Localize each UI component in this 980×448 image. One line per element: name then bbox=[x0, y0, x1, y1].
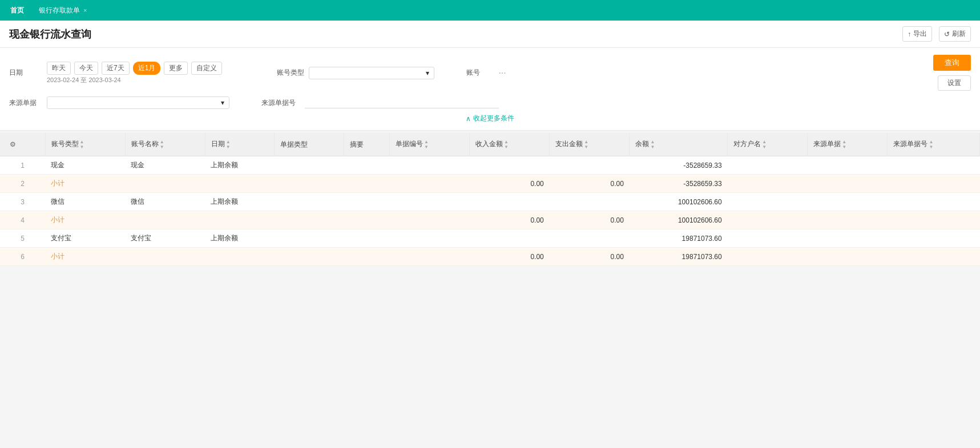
cell-counterpart bbox=[728, 248, 808, 266]
cell-summary bbox=[344, 248, 390, 266]
refresh-label: 刷新 bbox=[952, 29, 966, 39]
close-icon[interactable]: × bbox=[83, 7, 87, 14]
nav-home[interactable]: 首页 bbox=[2, 0, 32, 21]
account-type-chevron: ▾ bbox=[426, 69, 429, 77]
cell-date bbox=[205, 175, 274, 193]
header-actions: ↑ 导出 ↺ 刷新 bbox=[902, 26, 971, 42]
col-header-account_type[interactable]: 账号类型▲▼ bbox=[45, 133, 125, 156]
cell-date bbox=[205, 211, 274, 229]
table-gear-icon[interactable]: ⚙ bbox=[6, 138, 19, 151]
source-doc-label: 来源单据 bbox=[9, 98, 38, 108]
date-btn-昨天[interactable]: 昨天 bbox=[47, 62, 71, 75]
cell-account_name bbox=[125, 248, 205, 266]
cell-counterpart bbox=[728, 175, 808, 193]
source-doc-no-input[interactable] bbox=[305, 98, 499, 108]
table-row: 5支付宝支付宝上期余额19871073.60 bbox=[0, 229, 980, 248]
cell-doc_type bbox=[274, 211, 344, 229]
col-header-gear: ⚙ bbox=[0, 133, 45, 156]
date-btn-今天[interactable]: 今天 bbox=[74, 62, 98, 75]
query-button[interactable]: 查询 bbox=[933, 55, 971, 71]
cell-date: 上期余额 bbox=[205, 229, 274, 248]
col-header-counterpart[interactable]: 对方户名▲▼ bbox=[728, 133, 808, 156]
date-btn-自定义[interactable]: 自定义 bbox=[191, 62, 222, 75]
export-button[interactable]: ↑ 导出 bbox=[902, 26, 932, 42]
cell-summary bbox=[344, 175, 390, 193]
col-label: 摘要 bbox=[350, 140, 364, 148]
cell-doc_no bbox=[389, 156, 469, 175]
cell-account_name: 现金 bbox=[125, 156, 205, 175]
cell-date bbox=[205, 248, 274, 266]
sort-icon: ▲▼ bbox=[504, 139, 509, 150]
source-doc-chevron: ▾ bbox=[221, 99, 224, 107]
date-btn-近1月[interactable]: 近1月 bbox=[133, 62, 161, 75]
page-header: 现金银行流水查询 ↑ 导出 ↺ 刷新 bbox=[0, 21, 980, 48]
cell-summary bbox=[344, 193, 390, 211]
cell-counterpart bbox=[728, 229, 808, 248]
cell-doc_type bbox=[274, 156, 344, 175]
col-label: 账号名称 bbox=[131, 140, 159, 148]
cell-account_type: 支付宝 bbox=[45, 229, 125, 248]
filter-area: 日期 昨天今天近7天近1月更多自定义 2023-02-24 至 2023-03-… bbox=[0, 48, 980, 131]
cell-balance: -3528659.33 bbox=[630, 175, 728, 193]
col-label: 收入金额 bbox=[475, 140, 503, 148]
sort-icon: ▲▼ bbox=[584, 139, 588, 150]
cell-expense: 0.00 bbox=[550, 211, 630, 229]
col-label: 余额 bbox=[635, 140, 649, 148]
settings-button[interactable]: 设置 bbox=[938, 75, 971, 91]
account-label: 账号 bbox=[466, 68, 495, 78]
cell-account_name: 微信 bbox=[125, 193, 205, 211]
nav-tabs: 收款单×付款单×其他收入单×应收应付调整单×银行存取款单×预收冲应收单×收款核销… bbox=[32, 0, 107, 21]
cell-doc_type bbox=[274, 175, 344, 193]
cell-date: 上期余额 bbox=[205, 156, 274, 175]
col-header-date[interactable]: 日期▲▼ bbox=[205, 133, 274, 156]
col-label: 账号类型 bbox=[51, 140, 79, 148]
col-header-balance[interactable]: 余额▲▼ bbox=[630, 133, 728, 156]
cell-balance: 100102606.60 bbox=[630, 211, 728, 229]
source-doc-select[interactable]: ▾ bbox=[47, 96, 229, 109]
cell-income: 0.00 bbox=[470, 175, 550, 193]
cell-doc_no bbox=[389, 229, 469, 248]
source-doc-no-label: 来源单据号 bbox=[261, 98, 296, 108]
cell-num: 5 bbox=[0, 229, 45, 248]
filter-row-2: 来源单据 ▾ 来源单据号 bbox=[9, 96, 971, 109]
cell-expense bbox=[550, 193, 630, 211]
cell-source_doc_no bbox=[888, 156, 980, 175]
col-header-expense[interactable]: 支出金额▲▼ bbox=[550, 133, 630, 156]
cell-num: 4 bbox=[0, 211, 45, 229]
cell-account_type: 微信 bbox=[45, 193, 125, 211]
col-label: 支出金额 bbox=[555, 140, 583, 148]
cell-income bbox=[470, 193, 550, 211]
col-label: 日期 bbox=[211, 140, 225, 148]
cell-income: 0.00 bbox=[470, 211, 550, 229]
col-label: 单据类型 bbox=[280, 140, 308, 148]
sort-icon: ▲▼ bbox=[762, 139, 767, 150]
cell-balance: -3528659.33 bbox=[630, 156, 728, 175]
cell-doc_no bbox=[389, 248, 469, 266]
cell-counterpart bbox=[728, 193, 808, 211]
col-label: 来源单据 bbox=[813, 140, 841, 148]
refresh-button[interactable]: ↺ 刷新 bbox=[939, 26, 971, 42]
nav-home-label: 首页 bbox=[10, 6, 24, 15]
account-type-select[interactable]: ▾ bbox=[309, 67, 434, 79]
table-row: 4小计0.000.00100102606.60 bbox=[0, 211, 980, 229]
cell-expense bbox=[550, 229, 630, 248]
col-header-doc_no[interactable]: 单据编号▲▼ bbox=[389, 133, 469, 156]
cell-balance: 100102606.60 bbox=[630, 193, 728, 211]
table-row: 6小计0.000.0019871073.60 bbox=[0, 248, 980, 266]
col-header-income[interactable]: 收入金额▲▼ bbox=[470, 133, 550, 156]
col-header-source_doc_no[interactable]: 来源单据号▲▼ bbox=[888, 133, 980, 156]
cell-doc_no bbox=[389, 193, 469, 211]
account-type-label: 账号类型 bbox=[277, 68, 305, 78]
cell-balance: 19871073.60 bbox=[630, 248, 728, 266]
date-btn-更多[interactable]: 更多 bbox=[164, 62, 188, 75]
col-header-source_doc[interactable]: 来源单据▲▼ bbox=[808, 133, 888, 156]
date-btn-近7天[interactable]: 近7天 bbox=[102, 62, 130, 75]
account-ellipsis[interactable]: ··· bbox=[498, 68, 506, 78]
collapse-bar[interactable]: ∧ 收起更多条件 bbox=[9, 111, 971, 126]
table-head: ⚙账号类型▲▼账号名称▲▼日期▲▼单据类型摘要单据编号▲▼收入金额▲▼支出金额▲… bbox=[0, 133, 980, 156]
col-header-account_name[interactable]: 账号名称▲▼ bbox=[125, 133, 205, 156]
cell-account_type: 小计 bbox=[45, 211, 125, 229]
nav-tab-银行存取款单[interactable]: 银行存取款单× bbox=[32, 0, 107, 21]
cell-doc_no bbox=[389, 175, 469, 193]
data-table: ⚙账号类型▲▼账号名称▲▼日期▲▼单据类型摘要单据编号▲▼收入金额▲▼支出金额▲… bbox=[0, 133, 980, 266]
